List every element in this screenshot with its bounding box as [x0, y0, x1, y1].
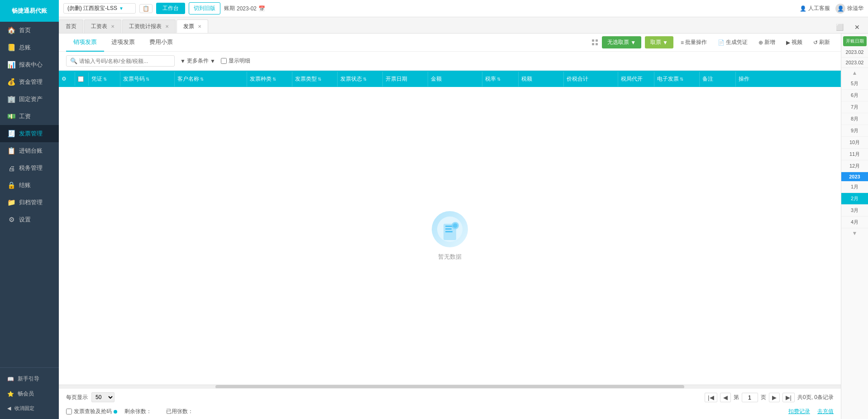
- prev-page-button[interactable]: ◀: [720, 393, 731, 402]
- page-number-input[interactable]: [742, 393, 758, 402]
- th-settings[interactable]: ⚙: [59, 72, 75, 86]
- th-tax[interactable]: 税额: [519, 72, 564, 87]
- status-dot: [114, 410, 117, 414]
- subtab-expense-receipt[interactable]: 费用小票: [142, 34, 180, 52]
- page-size-select[interactable]: 10 20 50 100: [91, 392, 114, 402]
- th-remark[interactable]: 备注: [700, 72, 736, 87]
- sidebar-item-sales[interactable]: 📋 进销台账: [0, 142, 59, 159]
- new-button[interactable]: ⊕ 新增: [755, 36, 779, 48]
- refresh-button[interactable]: ↺ 刷新: [810, 36, 834, 48]
- th-invoice-type[interactable]: 发票种类 ⇅: [247, 72, 292, 87]
- tab-payroll-stats-close-icon[interactable]: ✕: [165, 24, 169, 29]
- sidebar-item-invoices[interactable]: 🧾 发票管理: [0, 125, 59, 142]
- month-8[interactable]: 8月: [841, 113, 868, 125]
- tab-invoice-close-icon[interactable]: ✕: [198, 24, 201, 29]
- sidebar-item-member[interactable]: ⭐ 畅会员: [0, 386, 59, 401]
- th-customer[interactable]: 客户名称 ⇅: [175, 72, 247, 87]
- filter-icon: ▼: [180, 58, 186, 64]
- th-checkbox[interactable]: [75, 72, 89, 86]
- audit-checkbox-label[interactable]: 发票查验及抢码: [66, 408, 117, 415]
- th-invoice-category[interactable]: 发票类型 ⇅: [292, 72, 338, 87]
- last-page-button[interactable]: ▶|: [782, 393, 795, 402]
- th-tax-rate[interactable]: 税率 ⇅: [482, 72, 519, 87]
- th-open-date[interactable]: 开票日期: [383, 72, 428, 87]
- app-logo[interactable]: 畅捷通易代账: [0, 0, 59, 22]
- filter-button[interactable]: ▼ 更多条件 ▼: [180, 57, 215, 65]
- show-detail-check[interactable]: [221, 58, 227, 64]
- month-5[interactable]: 5月: [841, 78, 868, 90]
- collapse-btn[interactable]: ◀ 收消固定: [0, 401, 59, 415]
- month-10[interactable]: 10月: [841, 137, 868, 149]
- sidebar-item-archive[interactable]: 📁 归档管理: [0, 194, 59, 211]
- no-select-ticket-button[interactable]: 无选取票 ▼: [602, 36, 641, 48]
- sidebar-item-guide[interactable]: 📖 新手引导: [0, 371, 59, 386]
- month-2[interactable]: 2月: [841, 193, 868, 205]
- th-ops: 操作: [736, 72, 841, 87]
- workspace-button[interactable]: 工作台: [156, 3, 185, 14]
- generate-voucher-button[interactable]: 📄 生成凭证: [714, 36, 751, 48]
- scroll-area[interactable]: [59, 385, 841, 388]
- sidebar-item-ledger[interactable]: 📒 总账: [0, 39, 59, 56]
- subtab-purchase-invoice[interactable]: 进项发票: [104, 34, 142, 52]
- month-3[interactable]: 3月: [841, 205, 868, 217]
- get-ticket-button[interactable]: 取票 ▼: [645, 36, 673, 48]
- search-input[interactable]: [79, 58, 170, 64]
- tab-maximize-button[interactable]: ⬜: [831, 21, 848, 33]
- open-period-button[interactable]: 开账日期: [843, 36, 867, 46]
- th-total[interactable]: 价税合计: [564, 72, 618, 87]
- sidebar-item-funds[interactable]: 💰 资金管理: [0, 73, 59, 91]
- month-1[interactable]: 1月: [841, 181, 868, 193]
- month-9[interactable]: 9月: [841, 125, 868, 137]
- first-page-button[interactable]: |◀: [705, 393, 717, 402]
- tab-close-all-button[interactable]: ✕: [850, 21, 864, 33]
- sidebar-item-reports[interactable]: 📊 报表中心: [0, 56, 59, 73]
- date-period-2023-02-2[interactable]: 2023.02: [841, 58, 868, 68]
- recharge-link[interactable]: 去充值: [817, 408, 834, 415]
- fee-record-link[interactable]: 扣费记录: [788, 408, 810, 415]
- sidebar-item-tax[interactable]: 🖨 税务管理: [0, 159, 59, 177]
- video-button[interactable]: ▶ 视频: [782, 36, 806, 48]
- scroll-down-icon[interactable]: ▼: [850, 228, 859, 238]
- th-amount[interactable]: 金额: [428, 72, 482, 87]
- topbar-right: 👤 人工客服 👤 徐溢华: [800, 4, 863, 14]
- month-4[interactable]: 4月: [841, 217, 868, 228]
- search-input-wrap: 🔍: [66, 55, 175, 67]
- show-detail-checkbox[interactable]: 显示明细: [221, 57, 250, 65]
- audit-checkbox[interactable]: [66, 409, 72, 414]
- th-e-invoice[interactable]: 电子发票 ⇅: [654, 72, 700, 87]
- tab-home[interactable]: 首页: [59, 19, 83, 33]
- grid-view-icon[interactable]: [592, 39, 598, 46]
- user-menu[interactable]: 👤 徐溢华: [835, 4, 863, 14]
- date-period-2023-02-1[interactable]: 2023.02: [841, 47, 868, 58]
- used-label: 已用张数：: [166, 408, 193, 415]
- th-invoice-no[interactable]: 发票号码 ⇅: [120, 72, 175, 87]
- month-11[interactable]: 11月: [841, 149, 868, 160]
- empty-illustration: [432, 211, 468, 247]
- scroll-up-icon[interactable]: ▲: [850, 68, 859, 78]
- next-page-button[interactable]: ▶: [769, 393, 780, 402]
- sidebar-item-assets[interactable]: 🏢 固定资产: [0, 91, 59, 108]
- th-invoice-status[interactable]: 发票状态 ⇅: [338, 72, 383, 87]
- th-voucher[interactable]: 凭证 ⇅: [89, 72, 120, 87]
- tab-invoice[interactable]: 发票 ✕: [176, 19, 208, 33]
- support-link[interactable]: 👤 人工客服: [800, 5, 830, 12]
- copy-button[interactable]: 📋: [139, 4, 153, 13]
- sidebar-item-settings[interactable]: ⚙ 设置: [0, 211, 59, 228]
- th-tax-code[interactable]: 税局代开: [618, 72, 654, 87]
- select-all-checkbox[interactable]: [78, 76, 84, 82]
- company-selector[interactable]: (勿删) 江西股宝-LSS ▼: [63, 3, 136, 14]
- switch-version-button[interactable]: 切到旧版: [189, 2, 220, 14]
- sidebar-item-closing[interactable]: 🔒 结账: [0, 177, 59, 194]
- sidebar-item-payroll[interactable]: 💵 工资: [0, 108, 59, 125]
- month-7[interactable]: 7月: [841, 101, 868, 113]
- remaining-label: 剩余张数：: [124, 408, 152, 415]
- batch-ops-button[interactable]: ≡ 批量操作: [677, 36, 711, 48]
- tab-payroll-table-close-icon[interactable]: ✕: [111, 24, 114, 29]
- subtab-sales-invoice[interactable]: 销项发票: [66, 34, 104, 52]
- sidebar-item-home[interactable]: 🏠 首页: [0, 22, 59, 39]
- tab-payroll-stats[interactable]: 工资统计报表 ✕: [122, 19, 176, 33]
- month-6[interactable]: 6月: [841, 90, 868, 101]
- tab-invoice-label: 发票: [183, 23, 194, 30]
- tab-payroll-table[interactable]: 工资表 ✕: [84, 19, 121, 33]
- month-12[interactable]: 12月: [841, 160, 868, 172]
